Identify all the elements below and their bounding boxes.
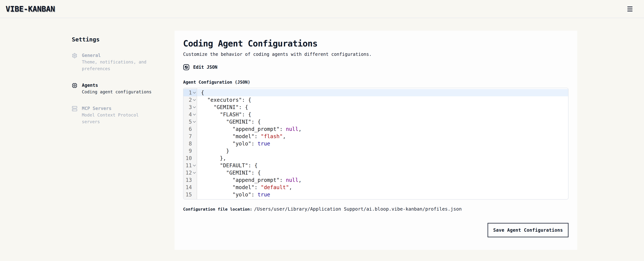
fold-spacer	[192, 155, 197, 162]
server-icon	[72, 106, 78, 111]
fold-chevron-icon[interactable]	[192, 111, 197, 118]
gutter-line-14: 14	[184, 184, 197, 191]
fold-spacer	[192, 125, 197, 133]
gutter-line-8: 8	[184, 140, 197, 147]
editor-label: Agent Configuration (JSON)	[183, 80, 568, 85]
code-line-11: "DEFAULT": {	[197, 162, 568, 169]
save-agent-configurations-button[interactable]: Save Agent Configurations	[488, 223, 568, 237]
line-number: 9	[184, 147, 192, 155]
line-number: 3	[184, 104, 192, 111]
sidebar-title: Settings	[72, 36, 158, 43]
gutter-line-3: 3	[184, 104, 197, 111]
line-number: 8	[184, 140, 192, 147]
file-location-row: Configuration file location: /Users/user…	[183, 206, 568, 212]
line-number: 15	[184, 191, 192, 198]
code-line-3: "GEMINI": {	[197, 104, 568, 111]
gutter-line-5: 5	[184, 118, 197, 125]
gutter-line-11: 11	[184, 162, 197, 169]
line-number: 1	[184, 89, 192, 96]
line-number: 6	[184, 125, 192, 133]
code-line-9: }	[197, 147, 568, 155]
line-number: 5	[184, 118, 192, 125]
fold-spacer	[192, 184, 197, 191]
code-line-1: {	[197, 89, 568, 96]
code-line-10: },	[197, 155, 568, 162]
gutter-line-13: 13	[184, 176, 197, 184]
cpu-icon	[72, 83, 78, 88]
fold-spacer	[192, 191, 197, 198]
line-number: 14	[184, 184, 192, 191]
sidebar-item-general[interactable]: GeneralTheme, notifications, and prefere…	[72, 52, 158, 72]
page-subtitle: Customize the behavior of coding agents …	[183, 52, 568, 57]
file-location-label: Configuration file location:	[183, 207, 252, 211]
gutter-line-10: 10	[184, 155, 197, 162]
gutter-line-4: 4	[184, 111, 197, 118]
sidebar-item-description: Theme, notifications, and preferences	[82, 59, 158, 72]
sidebar-item-mcp-servers[interactable]: MCP ServersModel Context Protocol server…	[72, 105, 158, 125]
sidebar-item-label: General	[82, 52, 158, 59]
line-number: 11	[184, 162, 192, 169]
code-line-5: "GEMINI": {	[197, 118, 568, 125]
fold-chevron-icon[interactable]	[192, 169, 197, 176]
square-pen-icon	[183, 64, 190, 70]
app-header: VIBE-KANBAN	[0, 0, 644, 18]
code-line-2: "executors": {	[197, 96, 568, 104]
fold-chevron-icon[interactable]	[192, 104, 197, 111]
fold-chevron-icon[interactable]	[192, 89, 197, 96]
sidebar-item-description: Coding agent configurations	[82, 89, 158, 95]
json-code-editor[interactable]: 123456789101112131415 { "executors": { "…	[183, 88, 568, 200]
code-line-7: "model": "flash",	[197, 133, 568, 140]
code-line-13: "append_prompt": null,	[197, 176, 568, 184]
settings-sidebar: Settings GeneralTheme, notifications, an…	[72, 31, 158, 135]
menu-button[interactable]	[625, 4, 635, 14]
fold-spacer	[192, 147, 197, 155]
fold-spacer	[192, 140, 197, 147]
page-content: Settings GeneralTheme, notifications, an…	[0, 18, 644, 250]
editor-code-area: { "executors": { "GEMINI": { "FLASH": { …	[197, 88, 568, 199]
line-number: 4	[184, 111, 192, 118]
code-line-14: "model": "default",	[197, 184, 568, 191]
code-line-12: "GEMINI": {	[197, 169, 568, 176]
app-logo[interactable]: VIBE-KANBAN	[6, 5, 55, 13]
code-line-6: "append_prompt": null,	[197, 125, 568, 133]
editor-gutter: 123456789101112131415	[184, 88, 197, 199]
gutter-line-6: 6	[184, 125, 197, 133]
gutter-line-9: 9	[184, 147, 197, 155]
code-line-4: "FLASH": {	[197, 111, 568, 118]
sidebar-item-label: Agents	[82, 82, 158, 89]
save-row: Save Agent Configurations	[183, 223, 568, 237]
sidebar-item-description: Model Context Protocol servers	[82, 112, 158, 125]
sidebar-item-label: MCP Servers	[82, 105, 158, 112]
gutter-line-7: 7	[184, 133, 197, 140]
fold-chevron-icon[interactable]	[192, 162, 197, 169]
gutter-line-2: 2	[184, 96, 197, 104]
page-title: Coding Agent Configurations	[183, 38, 568, 49]
code-line-15: "yolo": true	[197, 191, 568, 198]
line-number: 10	[184, 155, 192, 162]
edit-json-toggle[interactable]: Edit JSON	[183, 64, 218, 70]
sidebar-item-agents[interactable]: AgentsCoding agent configurations	[72, 82, 158, 95]
code-line-8: "yolo": true	[197, 140, 568, 147]
gear-icon	[72, 53, 78, 59]
line-number: 13	[184, 176, 192, 184]
hamburger-icon	[628, 7, 632, 7]
fold-spacer	[192, 133, 197, 140]
gutter-line-12: 12	[184, 169, 197, 176]
line-number: 7	[184, 133, 192, 140]
line-number: 2	[184, 96, 192, 104]
gutter-line-1: 1	[184, 89, 197, 96]
fold-chevron-icon[interactable]	[192, 118, 197, 125]
gutter-line-15: 15	[184, 191, 197, 198]
edit-json-label: Edit JSON	[193, 65, 218, 70]
fold-chevron-icon[interactable]	[192, 96, 197, 104]
line-number: 12	[184, 169, 192, 176]
fold-spacer	[192, 176, 197, 184]
file-location-path: /Users/user/Library/Application Support/…	[254, 206, 462, 212]
agent-config-card: Coding Agent Configurations Customize th…	[174, 31, 577, 250]
sidebar-items: GeneralTheme, notifications, and prefere…	[72, 52, 158, 125]
